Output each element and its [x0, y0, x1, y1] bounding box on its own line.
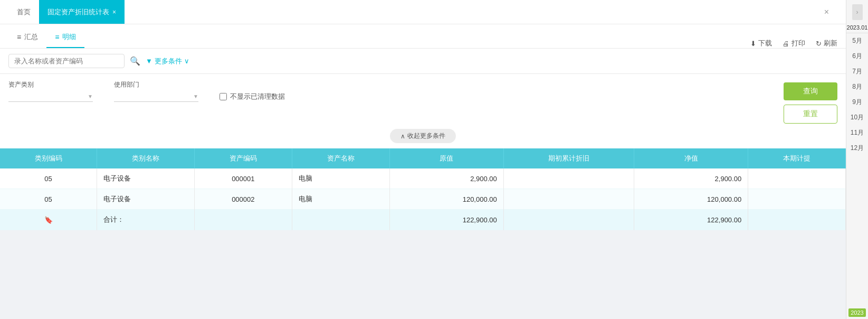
- table-row: 05 电子设备 000002 电脑 120,000.00 120,000.00: [0, 189, 846, 210]
- tab-detail-label: 明细: [62, 32, 76, 42]
- refresh-btn[interactable]: ↻ 刷新: [816, 39, 837, 48]
- chevron-down-icon: ∨: [184, 57, 189, 65]
- table-container: 类别编码 类别名称 资产编码 资产名称 原值 期初累计折旧 净值 本期计提 05…: [0, 148, 846, 319]
- collapse-icon: ∧: [400, 133, 405, 140]
- sidebar-expand-btn[interactable]: ›: [852, 4, 863, 20]
- row1-asset-code: 000001: [194, 168, 292, 189]
- month-8[interactable]: 8月: [846, 79, 868, 95]
- asset-type-arrow-icon: ▼: [88, 93, 93, 99]
- asset-type-filter: 资产类别 ▼: [8, 80, 93, 102]
- tab-summary[interactable]: ≡ 汇总: [8, 27, 46, 48]
- tab-detail[interactable]: ≡ 明细: [46, 27, 84, 48]
- download-icon: ⬇: [750, 40, 756, 48]
- reset-button[interactable]: 重置: [784, 105, 837, 124]
- dept-filter: 使用部门 ▼: [114, 80, 198, 102]
- date-label: 2023.01: [846, 22, 868, 33]
- row2-type-name: 电子设备: [97, 189, 195, 210]
- download-btn[interactable]: ⬇ 下载: [750, 39, 772, 48]
- row1-current: [748, 168, 846, 189]
- no-cleared-label: 不显示已清理数据: [230, 92, 285, 101]
- refresh-icon: ↻: [816, 40, 822, 48]
- filter-label: 更多条件: [155, 57, 182, 66]
- row2-current: [748, 189, 846, 210]
- asset-type-select[interactable]: ▼: [8, 91, 93, 102]
- print-label: 打印: [791, 39, 805, 48]
- filter-btn[interactable]: ▼ 更多条件 ∨: [146, 57, 189, 66]
- search-input[interactable]: [8, 54, 125, 68]
- search-icon[interactable]: 🔍: [130, 56, 140, 66]
- total-net-value: 122,900.00: [634, 210, 748, 230]
- row2-asset-name: 电脑: [292, 189, 389, 210]
- print-icon: 🖨: [783, 40, 789, 48]
- download-label: 下载: [758, 39, 772, 48]
- row2-accumulated: [503, 189, 634, 210]
- total-row: 🔖 合计： 122,900.00 122,900.00: [0, 210, 846, 230]
- refresh-label: 刷新: [824, 39, 837, 48]
- active-tab[interactable]: 固定资产折旧统计表 ×: [39, 0, 125, 24]
- collapse-label: 收起更多条件: [407, 132, 445, 140]
- month-12[interactable]: 12月: [846, 140, 868, 156]
- year-badge: 2023: [848, 308, 865, 317]
- total-empty1: [194, 210, 292, 230]
- row1-original: 2,900.00: [389, 168, 503, 189]
- row2-original: 120,000.00: [389, 189, 503, 210]
- col-header-accumulated: 期初累计折旧: [503, 148, 634, 168]
- month-6[interactable]: 6月: [846, 49, 868, 64]
- filter-row: 资产类别 ▼ 使用部门 ▼ 不显示已清理数据 查询 重置: [0, 74, 846, 124]
- close-tab-icon[interactable]: ×: [112, 8, 116, 16]
- summary-icon: ≡: [17, 33, 21, 41]
- tab-label: 固定资产折旧统计表: [47, 7, 109, 17]
- total-icon-cell: 🔖: [0, 210, 97, 230]
- row2-asset-code: 000002: [194, 189, 292, 210]
- total-original: 122,900.00: [389, 210, 503, 230]
- col-header-original: 原值: [389, 148, 503, 168]
- col-header-asset-name: 资产名称: [292, 148, 389, 168]
- table-row: 05 电子设备 000001 电脑 2,900.00 2,900.00: [0, 168, 846, 189]
- month-9[interactable]: 9月: [846, 95, 868, 110]
- table-header-row: 类别编码 类别名称 资产编码 资产名称 原值 期初累计折旧 净值 本期计提: [0, 148, 846, 168]
- expand-icon: ›: [856, 8, 859, 16]
- row1-type-code: 05: [0, 168, 97, 189]
- tab-summary-label: 汇总: [24, 32, 38, 42]
- col-header-net-value: 净值: [634, 148, 748, 168]
- month-11[interactable]: 11月: [846, 125, 868, 140]
- no-cleared-group: 不显示已清理数据: [220, 92, 285, 101]
- toolbar: ⬇ 下载 🖨 打印 ↻ 刷新: [750, 39, 837, 48]
- search-row: 🔍 ▼ 更多条件 ∨: [0, 49, 846, 74]
- data-table: 类别编码 类别名称 资产编码 资产名称 原值 期初累计折旧 净值 本期计提 05…: [0, 148, 846, 230]
- print-btn[interactable]: 🖨 打印: [783, 39, 805, 48]
- tab-bar: ≡ 汇总 ≡ 明细 ⬇ 下载 🖨 打印 ↻ 刷新: [0, 24, 846, 49]
- total-label: 合计：: [97, 210, 195, 230]
- row1-accumulated: [503, 168, 634, 189]
- row2-type-code: 05: [0, 189, 97, 210]
- col-header-type-name: 类别名称: [97, 148, 195, 168]
- asset-type-label: 资产类别: [8, 80, 93, 89]
- month-7[interactable]: 7月: [846, 64, 868, 79]
- col-header-type-code: 类别编码: [0, 148, 97, 168]
- dept-select[interactable]: ▼: [114, 91, 198, 102]
- row1-net-value: 2,900.00: [634, 168, 748, 189]
- close-window-icon[interactable]: ×: [816, 7, 837, 17]
- total-current: [748, 210, 846, 230]
- collapse-row: ∧ 收起更多条件: [0, 124, 846, 148]
- row1-asset-name: 电脑: [292, 168, 389, 189]
- total-accumulated: [503, 210, 634, 230]
- no-cleared-checkbox[interactable]: [220, 93, 227, 100]
- home-nav[interactable]: 首页: [8, 7, 39, 17]
- dept-label: 使用部门: [114, 80, 198, 89]
- total-empty2: [292, 210, 389, 230]
- total-icon: 🔖: [44, 216, 53, 224]
- collapse-btn[interactable]: ∧ 收起更多条件: [390, 129, 456, 143]
- month-5[interactable]: 5月: [846, 33, 868, 49]
- dept-arrow-icon: ▼: [193, 93, 198, 99]
- detail-icon: ≡: [55, 33, 59, 41]
- row1-type-name: 电子设备: [97, 168, 195, 189]
- right-sidebar: › 2023.01 5月 6月 7月 8月 9月 10月 11月 12月 202…: [846, 0, 868, 319]
- row2-net-value: 120,000.00: [634, 189, 748, 210]
- month-10[interactable]: 10月: [846, 110, 868, 125]
- col-header-asset-code: 资产编码: [194, 148, 292, 168]
- filter-icon: ▼: [146, 57, 152, 65]
- query-button[interactable]: 查询: [784, 82, 837, 100]
- col-header-current: 本期计提: [748, 148, 846, 168]
- filter-actions: 查询 重置: [784, 82, 837, 124]
